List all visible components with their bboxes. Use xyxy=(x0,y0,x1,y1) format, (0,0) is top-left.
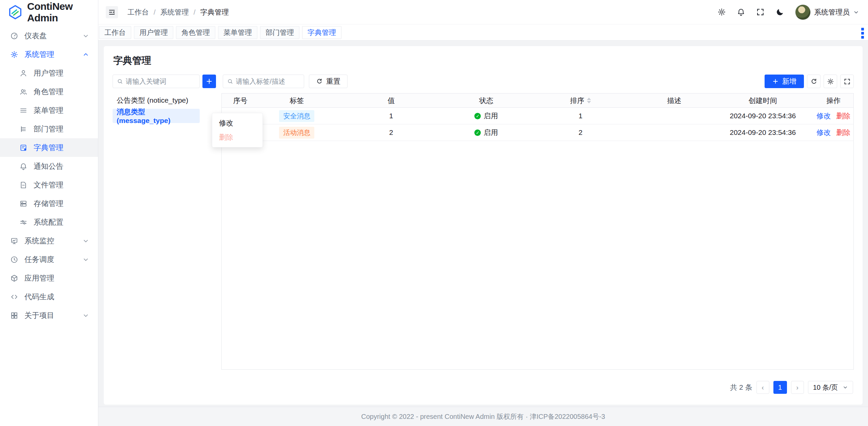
sidebar-item-dashboard[interactable]: 仪表盘 xyxy=(0,26,98,45)
delete-link[interactable]: 删除 xyxy=(836,128,850,137)
notification-bell-icon[interactable] xyxy=(737,8,745,16)
sidebar-item-label: 用户管理 xyxy=(34,68,63,78)
app-root: ContiNew Admin 仪表盘 系统管理 用户管理 角色管理 xyxy=(0,0,868,426)
breadcrumb-item[interactable]: 工作台 xyxy=(127,7,149,17)
gear-icon xyxy=(827,78,834,85)
context-menu-edit[interactable]: 修改 xyxy=(212,116,262,130)
dict-item-table: 序号 标签 值 状态 排序 描述 创建时间 操作 xyxy=(221,93,854,370)
chevron-down-icon xyxy=(82,33,89,39)
sidebar-item-files[interactable]: 文件管理 xyxy=(0,176,98,194)
toolbar: 重置 新增 xyxy=(113,75,854,88)
sidebar-item-roles[interactable]: 角色管理 xyxy=(0,82,98,101)
context-menu-delete[interactable]: 删除 xyxy=(212,130,262,144)
table-header-row: 序号 标签 值 状态 排序 描述 创建时间 操作 xyxy=(222,94,853,108)
column-header: 序号 xyxy=(222,94,259,107)
sidebar-item-label: 应用管理 xyxy=(24,273,54,283)
content: 字典管理 重置 xyxy=(98,41,868,407)
settings-icon[interactable] xyxy=(717,8,726,16)
menu-lines-icon xyxy=(19,106,27,115)
sidebar-item-system[interactable]: 系统管理 xyxy=(0,45,98,64)
server-icon xyxy=(19,200,27,208)
edit-link[interactable]: 修改 xyxy=(816,111,831,121)
page-size-select[interactable]: 10 条/页 xyxy=(808,381,853,394)
tab-users[interactable]: 用户管理 xyxy=(134,26,173,39)
table-row[interactable]: 1 安全消息 1 ✓启用 1 2024-09-20 23:54:36 修改 xyxy=(222,108,853,124)
page-title: 字典管理 xyxy=(113,54,854,67)
sidebar-item-codegen[interactable]: 代码生成 xyxy=(0,287,98,306)
sidebar-item-dictionary[interactable]: 字典管理 xyxy=(0,138,98,157)
sidebar-item-config[interactable]: 系统配置 xyxy=(0,213,98,231)
table-fullscreen-button[interactable] xyxy=(840,75,854,88)
status-check-icon: ✓ xyxy=(474,113,481,119)
table-refresh-button[interactable] xyxy=(807,75,821,88)
file-icon xyxy=(19,181,27,189)
sidebar-menu: 仪表盘 系统管理 用户管理 角色管理 菜单管理 xyxy=(0,24,98,426)
column-header-sortable[interactable]: 排序 xyxy=(525,94,636,107)
tab-dictionary[interactable]: 字典管理 xyxy=(302,26,341,39)
sidebar-item-about[interactable]: 关于项目 xyxy=(0,306,98,325)
tab-roles[interactable]: 角色管理 xyxy=(176,26,215,39)
copyright-text: Copyright © 2022 - present ContiNew Admi… xyxy=(361,412,605,421)
sidebar-item-label: 代码生成 xyxy=(24,292,54,302)
delete-link[interactable]: 删除 xyxy=(836,111,850,121)
user-menu[interactable]: 系统管理员 xyxy=(795,4,859,20)
tab-departments[interactable]: 部门管理 xyxy=(260,26,299,39)
edit-link[interactable]: 修改 xyxy=(816,128,831,137)
tab-workbench[interactable]: 工作台 xyxy=(99,26,131,39)
tree-list-icon xyxy=(19,125,27,133)
pagination-prev-button[interactable]: ‹ xyxy=(756,381,769,394)
table-search-input[interactable] xyxy=(236,78,300,85)
sidebar-item-label: 角色管理 xyxy=(34,87,63,97)
sidebar-item-departments[interactable]: 部门管理 xyxy=(0,120,98,138)
sidebar-item-menus[interactable]: 菜单管理 xyxy=(0,101,98,120)
context-menu: 修改 删除 xyxy=(212,113,263,147)
fullscreen-icon[interactable] xyxy=(756,8,765,16)
sidebar-item-storage[interactable]: 存储管理 xyxy=(0,194,98,213)
plus-icon xyxy=(772,78,779,85)
table-row[interactable]: 2 活动消息 2 ✓启用 2 2024-09-20 23:54:36 修改 xyxy=(222,124,853,141)
sidebar-item-label: 仪表盘 xyxy=(24,31,47,41)
tab-menus[interactable]: 菜单管理 xyxy=(218,26,257,39)
add-dict-type-button[interactable] xyxy=(202,75,216,88)
column-header: 描述 xyxy=(636,94,712,107)
sidebar-collapse-button[interactable] xyxy=(106,6,118,18)
pagination-next-button[interactable]: › xyxy=(791,381,804,394)
tab-label: 字典管理 xyxy=(308,28,336,37)
sidebar-item-label: 通知公告 xyxy=(34,161,63,171)
sidebar-item-label: 系统配置 xyxy=(34,217,63,227)
cube-icon xyxy=(10,274,18,282)
sort-carets-icon[interactable] xyxy=(587,98,591,103)
cell-created: 2024-09-20 23:54:36 xyxy=(712,124,813,141)
sidebar-item-notices[interactable]: 通知公告 xyxy=(0,157,98,176)
cell-value: 2 xyxy=(335,124,448,141)
sidebar-item-label: 关于项目 xyxy=(24,310,54,321)
plus-icon xyxy=(205,78,213,85)
breadcrumb-item-current: 字典管理 xyxy=(200,7,229,17)
dark-mode-moon-icon[interactable] xyxy=(775,8,784,17)
add-button[interactable]: 新增 xyxy=(765,75,804,88)
reset-button[interactable]: 重置 xyxy=(309,75,348,88)
sidebar-item-monitor[interactable]: 系统监控 xyxy=(0,231,98,250)
dict-type-list: 公告类型 (notice_type) 消息类型 (message_type) xyxy=(113,93,200,123)
cell-actions: 修改 删除 xyxy=(813,108,853,124)
breadcrumb-item[interactable]: 系统管理 xyxy=(160,7,189,17)
tab-more-icon[interactable] xyxy=(861,28,864,39)
sidebar-item-apps[interactable]: 应用管理 xyxy=(0,269,98,287)
keyword-search-input[interactable] xyxy=(126,78,195,85)
logo[interactable]: ContiNew Admin xyxy=(0,0,98,24)
cell-sort: 1 xyxy=(525,108,636,124)
tab-label: 菜单管理 xyxy=(223,28,252,37)
status-label: 启用 xyxy=(484,111,498,121)
dict-type-item-selected[interactable]: 消息类型 (message_type) xyxy=(113,109,200,123)
sidebar-item-users[interactable]: 用户管理 xyxy=(0,64,98,82)
sidebar-item-scheduler[interactable]: 任务调度 xyxy=(0,250,98,269)
dict-type-item[interactable]: 公告类型 (notice_type) xyxy=(113,93,200,107)
fullscreen-icon xyxy=(844,78,851,85)
pagination-page-1[interactable]: 1 xyxy=(773,381,787,394)
search-icon xyxy=(117,78,123,85)
table-settings-button[interactable] xyxy=(824,75,837,88)
reset-label: 重置 xyxy=(326,77,340,86)
chevron-down-icon xyxy=(843,385,848,390)
code-icon xyxy=(10,293,18,301)
chevron-down-icon xyxy=(82,256,89,263)
